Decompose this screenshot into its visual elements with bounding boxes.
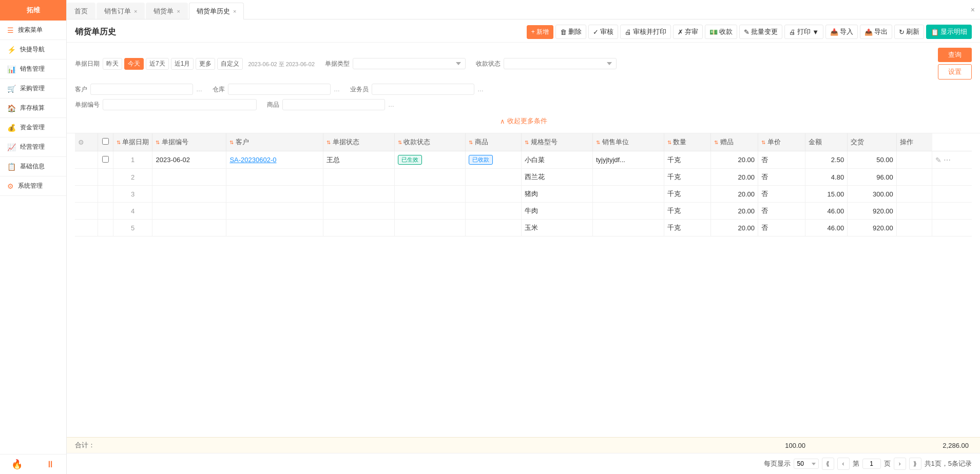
next-page-btn[interactable]: › xyxy=(894,458,906,470)
import-button[interactable]: 📥 导入 xyxy=(825,25,858,39)
doc-no-input[interactable] xyxy=(103,99,257,110)
filter-doc-type: 单据类型 xyxy=(325,58,466,69)
warehouse-input[interactable] xyxy=(228,84,331,95)
product-ellipsis[interactable]: … xyxy=(388,101,394,108)
sidebar-item-quick-nav[interactable]: ⚡ 快捷导航 xyxy=(0,40,66,60)
collect-status-select[interactable] xyxy=(504,58,617,69)
tab-home[interactable]: 首页 xyxy=(67,3,95,19)
prev-page-btn[interactable]: ‹ xyxy=(837,458,850,470)
show-detail-button[interactable]: 📋 显示明细 xyxy=(926,25,972,39)
col-gift[interactable]: ⇅ 赠品 xyxy=(711,133,758,151)
sidebar-item-label: 采购管理 xyxy=(20,84,45,93)
sidebar-item-sys-mgmt[interactable]: ⚙ 系统管理 xyxy=(0,176,66,196)
row-price-1: 4.80 xyxy=(805,169,847,186)
row-transaction-2 xyxy=(896,186,932,203)
tab-sales-order-close[interactable]: × xyxy=(134,8,137,14)
select-all-checkbox[interactable] xyxy=(102,138,109,145)
batch-change-button[interactable]: ✎ 批量变更 xyxy=(739,25,782,39)
date-btn-more[interactable]: 更多 xyxy=(196,58,215,70)
sidebar-item-finance[interactable]: 💰 资金管理 xyxy=(0,118,66,137)
col-collect-status[interactable]: ⇅ 收款状态 xyxy=(394,133,466,151)
query-button[interactable]: 查询 xyxy=(938,48,972,62)
row-docstatus-3 xyxy=(394,203,466,220)
sidebar-pause-btn[interactable]: ⏸ xyxy=(46,459,55,470)
page-number-input[interactable] xyxy=(862,459,881,469)
tab-sales-delivery-close[interactable]: × xyxy=(177,8,180,14)
col-settings[interactable]: ⚙ xyxy=(75,133,98,151)
table-row: 5 玉米 千克 20.00 否 46.00 920.00 xyxy=(75,220,972,236)
abandon-icon: ✗ xyxy=(678,28,683,36)
row-checkbox-0 xyxy=(98,151,113,169)
main-area: 首页 销售订单 × 销货单 × 销货单历史 × × 销货单历史 + 新增 🗑 删… xyxy=(67,0,980,474)
row-quantity-0: 20.00 xyxy=(711,151,758,169)
row-gift-3: 否 xyxy=(758,203,805,220)
tab-sales-history-close[interactable]: × xyxy=(233,8,236,14)
sidebar-fire-btn[interactable]: 🔥 xyxy=(11,459,23,470)
row-unit-3: 千克 xyxy=(664,203,711,220)
row-actions-2 xyxy=(932,186,972,203)
warehouse-ellipsis[interactable]: … xyxy=(334,86,340,93)
col-quantity[interactable]: ⇅ 数量 xyxy=(664,133,711,151)
table-row: 4 牛肉 千克 20.00 否 46.00 920.00 xyxy=(75,203,972,220)
finance-icon: 💰 xyxy=(7,124,16,132)
filter-settings-button[interactable]: 设置 xyxy=(938,64,972,80)
sidebar-item-inventory[interactable]: 🏠 库存核算 xyxy=(0,98,66,118)
date-btn-custom[interactable]: 自定义 xyxy=(217,58,243,70)
col-product[interactable]: ⇅ 商品 xyxy=(466,133,522,151)
row-select-checkbox[interactable] xyxy=(102,156,109,163)
col-customer[interactable]: ⇅ 客户 xyxy=(226,133,323,151)
col-doc-no[interactable]: ⇅ 单据编号 xyxy=(152,133,226,151)
audit-print-button[interactable]: 🖨 审核并打印 xyxy=(620,25,671,39)
row-docno-3 xyxy=(226,203,323,220)
sidebar-item-label: 库存核算 xyxy=(20,104,45,112)
edit-action[interactable]: ✎ xyxy=(935,156,941,164)
audit-button[interactable]: ✓ 审核 xyxy=(588,25,618,39)
doc-type-select[interactable] xyxy=(353,58,466,69)
col-price[interactable]: ⇅ 单价 xyxy=(758,133,805,151)
date-btn-1month[interactable]: 近1月 xyxy=(171,58,194,70)
collect-button[interactable]: 💵 收款 xyxy=(705,25,737,39)
customer-ellipsis[interactable]: … xyxy=(196,86,202,93)
close-all-tabs-btn[interactable]: × xyxy=(971,6,975,14)
tab-sales-delivery[interactable]: 销货单 × xyxy=(146,3,187,19)
filter-warehouse: 仓库 … xyxy=(213,84,340,95)
row-product-1: 西兰花 xyxy=(522,169,593,186)
page-size-select[interactable]: 50 20 100 xyxy=(794,459,819,469)
table-row: 1 2023-06-02 SA-20230602-0 王总 已生效 已收款 小白… xyxy=(75,151,972,169)
row-docno-0[interactable]: SA-20230602-0 xyxy=(226,151,323,169)
abandon-button[interactable]: ✗ 弃审 xyxy=(673,25,703,39)
more-action[interactable]: ⋯ xyxy=(944,156,951,164)
row-transaction-3 xyxy=(896,203,932,220)
product-input[interactable] xyxy=(282,99,385,110)
sidebar-item-label: 系统管理 xyxy=(18,182,43,190)
sidebar-item-search-menu[interactable]: ☰ 搜索菜单 xyxy=(0,21,66,40)
tab-sales-history[interactable]: 销货单历史 × xyxy=(189,3,244,19)
col-date[interactable]: ⇅ 单据日期 xyxy=(113,133,152,151)
sidebar-item-operations[interactable]: 📈 经营管理 xyxy=(0,137,66,157)
sidebar-item-sales-mgmt[interactable]: 📊 销售管理 xyxy=(0,60,66,79)
filter-collapse-btn[interactable]: ∧ 收起更多条件 xyxy=(75,114,972,128)
export-button[interactable]: 📤 导出 xyxy=(860,25,892,39)
date-btn-today[interactable]: 今天 xyxy=(124,58,144,70)
delete-button[interactable]: 🗑 删除 xyxy=(555,25,586,39)
first-page-btn[interactable]: ⟪ xyxy=(822,458,834,470)
filter-product-label: 商品 xyxy=(267,101,279,109)
row-customer-0: 王总 xyxy=(323,151,394,169)
tab-sales-order[interactable]: 销售订单 × xyxy=(97,3,145,19)
last-page-btn[interactable]: ⟫ xyxy=(909,458,921,470)
sales-rep-input[interactable] xyxy=(372,84,474,95)
col-doc-status[interactable]: ⇅ 单据状态 xyxy=(323,133,394,151)
col-unit[interactable]: ⇅ 销售单位 xyxy=(592,133,664,151)
refresh-button[interactable]: ↻ 刷新 xyxy=(894,25,924,39)
customer-input[interactable] xyxy=(90,84,193,95)
sidebar-item-purchase-mgmt[interactable]: 🛒 采购管理 xyxy=(0,79,66,98)
date-btn-7days[interactable]: 近7天 xyxy=(146,58,169,70)
sidebar-item-base-info[interactable]: 📋 基础信息 xyxy=(0,157,66,176)
row-spec-2 xyxy=(592,186,664,203)
sales-rep-ellipsis[interactable]: … xyxy=(477,86,484,93)
date-btn-yesterday[interactable]: 昨天 xyxy=(103,58,122,70)
print-button[interactable]: 🖨 打印 ▼ xyxy=(784,25,823,39)
col-spec[interactable]: ⇅ 规格型号 xyxy=(522,133,593,151)
sidebar-item-label: 快捷导航 xyxy=(20,45,45,54)
new-button[interactable]: + 新增 xyxy=(527,25,553,39)
